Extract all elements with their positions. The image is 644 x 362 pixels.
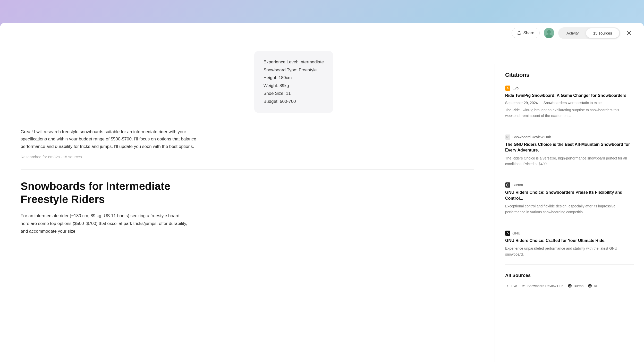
spec-weight: Weight: 89kg — [264, 82, 324, 90]
spec-height-label: Height: — [264, 75, 277, 80]
spec-experience-label: Experience Level: — [264, 60, 298, 64]
chip-rei-icon — [588, 284, 592, 288]
source-chip-rei: REI — [588, 283, 599, 288]
top-bar-actions: Share Activity 15 sources — [512, 27, 634, 39]
specs-card: Experience Level: Intermediate Snowboard… — [254, 51, 333, 113]
gnu-icon — [505, 231, 510, 235]
chip-rei-logo — [588, 283, 592, 288]
review-hub-logo: R· — [505, 134, 510, 140]
chip-review-logo: R· — [521, 283, 526, 288]
spec-budget-value: 500-700 — [280, 99, 296, 104]
citation-3-snippet: Exceptional control and flexible design,… — [505, 203, 634, 215]
citation-4-snippet: Experience unparalleled performance and … — [505, 246, 634, 257]
spec-shoe: Shoe Size: 11 — [264, 90, 324, 98]
review-icon: R· — [506, 136, 509, 138]
main-content: Experience Level: Intermediate Snowboard… — [0, 43, 495, 362]
top-bar: Share Activity 15 sources — [0, 23, 644, 43]
spec-snowboard-type: Snowboard Type: Freestyle — [264, 66, 324, 74]
citation-item: R· Snowboard Review Hub The GNU Riders C… — [505, 134, 634, 174]
source-chip-burton: Burton — [567, 283, 583, 288]
share-button[interactable]: Share — [512, 28, 540, 38]
section-divider — [21, 169, 474, 170]
citation-2-headline: The GNU Riders Choice is the Best All-Mo… — [505, 142, 634, 153]
review-hub-name: Snowboard Review Hub — [512, 135, 551, 139]
sources-tab[interactable]: 15 sources — [586, 28, 619, 38]
spec-experience: Experience Level: Intermediate — [264, 58, 324, 66]
gnu-name: GNU — [512, 231, 520, 235]
spec-height-value: 180cm — [278, 75, 292, 80]
avatar[interactable] — [544, 28, 554, 38]
spec-weight-value: 89kg — [279, 83, 289, 88]
citations-title: Citations — [505, 72, 634, 78]
share-icon — [517, 31, 521, 35]
chip-burton-icon — [568, 284, 572, 288]
main-card: Share Activity 15 sources — [0, 23, 644, 362]
chip-burton-logo — [567, 283, 572, 288]
citation-1-snippet: The Ride TwinPig brought an exhilarating… — [505, 107, 634, 119]
citation-item: Burton GNU Riders Choice: Snowboarders P… — [505, 182, 634, 222]
burton-icon — [505, 183, 510, 187]
spec-experience-value: Intermediate — [300, 60, 324, 64]
article-title: Snowboards for IntermediateFreestyle Rid… — [21, 180, 474, 206]
citation-2-snippet: The Riders Choice is a versatile, high-p… — [505, 155, 634, 167]
citation-source-3: Burton — [505, 182, 634, 188]
citation-1-subheadline: September 29, 2024 — Snowboarders were e… — [505, 100, 634, 106]
research-meta: Researched for 8m32s · 15 sources — [21, 155, 474, 159]
chip-review-name: Snowboard Review Hub — [527, 284, 563, 288]
svg-point-8 — [588, 284, 592, 288]
chip-evo-name: Evo — [511, 284, 517, 288]
svg-point-6 — [568, 284, 572, 288]
spec-budget-label: Budget: — [264, 99, 279, 104]
citation-source-4: GNU — [505, 231, 634, 236]
all-sources-title: All Sources — [505, 273, 634, 278]
close-button[interactable] — [624, 28, 634, 38]
spec-height: Height: 180cm — [264, 74, 324, 82]
close-icon — [627, 31, 631, 35]
svg-point-3 — [505, 183, 510, 187]
source-chip-review: R· Snowboard Review Hub — [521, 283, 563, 288]
spec-weight-label: Weight: — [264, 83, 278, 88]
share-label: Share — [523, 31, 534, 35]
source-chip-evo: a Evo — [505, 283, 517, 288]
chip-evo-logo: a — [505, 283, 510, 288]
evo-logo: a — [505, 86, 510, 91]
spec-type-value: Freestyle — [299, 68, 317, 72]
citation-item: a Evo Ride TwinPig Snowboard: A Game Cha… — [505, 86, 634, 126]
chip-rei-name: REI — [594, 284, 599, 288]
citation-3-headline: GNU Riders Choice: Snowboarders Praise I… — [505, 190, 634, 201]
citation-item: GNU GNU Riders Choice: Crafted for Your … — [505, 231, 634, 265]
chip-burton-name: Burton — [574, 284, 583, 288]
gnu-logo — [505, 231, 510, 236]
article-intro: For an intermediate rider (~180 cm, 89 k… — [21, 212, 191, 235]
burton-logo — [505, 182, 510, 188]
activity-tab[interactable]: Activity — [559, 28, 586, 38]
tab-group: Activity 15 sources — [558, 27, 620, 39]
citation-1-headline: Ride TwinPig Snowboard: A Game Changer f… — [505, 93, 634, 98]
citation-source-1: a Evo — [505, 86, 634, 91]
evo-icon: a — [507, 86, 509, 90]
citation-source-2: R· Snowboard Review Hub — [505, 134, 634, 140]
spec-shoe-label: Shoe Size: — [264, 91, 285, 96]
research-response-text: Great! I will research freestyle snowboa… — [21, 128, 206, 151]
right-panel: Citations a Evo Ride TwinPig Snowboard: … — [495, 64, 644, 362]
spec-type-label: Snowboard Type: — [264, 68, 298, 72]
spec-budget: Budget: 500-700 — [264, 98, 324, 106]
svg-point-1 — [547, 30, 551, 34]
spec-shoe-value: 11 — [286, 91, 291, 96]
all-sources-row: a Evo R· Snowboard Review Hub Burton — [505, 283, 634, 288]
evo-name: Evo — [512, 86, 519, 90]
citation-4-headline: GNU Riders Choice: Crafted for Your Ulti… — [505, 238, 634, 243]
burton-name: Burton — [512, 183, 523, 187]
